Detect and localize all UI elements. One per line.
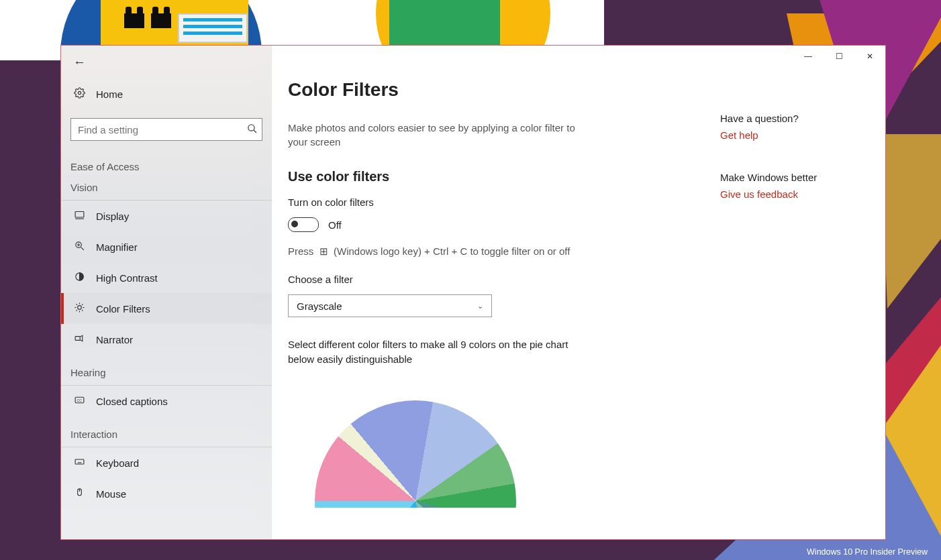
keyboard-icon: [74, 456, 85, 469]
svg-line-16: [82, 310, 83, 311]
sidebar-home-label: Home: [96, 89, 123, 100]
mouse-icon: [74, 487, 85, 500]
shortcut-hint: Press ⊞ (Windows logo key) + Ctrl + C to…: [288, 245, 717, 258]
help-heading: Have a question?: [720, 113, 861, 124]
sidebar-home[interactable]: Home: [61, 78, 272, 110]
sidebar-item-label: High Contrast: [96, 272, 158, 284]
toggle-heading: Turn on color filters: [288, 197, 717, 208]
color-filters-icon: [74, 302, 85, 315]
give-feedback-link[interactable]: Give us feedback: [720, 188, 798, 200]
search-input[interactable]: [71, 124, 242, 135]
filter-description: Select different color filters to make a…: [288, 337, 583, 367]
sidebar-item-label: Keyboard: [96, 457, 139, 469]
search-input-container[interactable]: [70, 118, 262, 141]
svg-line-17: [76, 310, 77, 311]
sidebar-item-label: Closed captions: [96, 396, 168, 407]
window-controls: — ☐ ✕: [793, 46, 885, 67]
feedback-heading: Make Windows better: [720, 172, 861, 183]
maximize-icon: ☐: [836, 52, 843, 61]
sidebar-item-label: Display: [96, 211, 129, 222]
toggle-state-label: Off: [328, 219, 342, 231]
sidebar-item-display[interactable]: Display: [61, 201, 272, 231]
windows-key-icon: ⊞: [319, 245, 328, 257]
closed-captions-icon: CC: [74, 394, 85, 408]
svg-line-6: [81, 247, 84, 250]
svg-line-2: [253, 130, 256, 133]
svg-point-1: [248, 125, 254, 131]
contrast-icon: [74, 271, 85, 284]
filter-dropdown[interactable]: Grayscale ⌄: [288, 294, 492, 317]
sidebar-item-keyboard[interactable]: Keyboard: [61, 447, 272, 478]
window-maximize-button[interactable]: ☐: [824, 46, 854, 67]
magnifier-icon: [74, 240, 85, 254]
sidebar-group-hearing: Hearing: [61, 355, 272, 386]
svg-point-10: [78, 306, 82, 310]
section-heading: Use color filters: [288, 169, 717, 184]
sidebar-group-vision: Vision: [61, 174, 272, 201]
sidebar-category: Ease of Access: [61, 149, 272, 174]
help-aside: Have a question? Get help Make Windows b…: [720, 113, 861, 231]
back-button[interactable]: ←: [61, 46, 98, 78]
narrator-icon: [74, 333, 85, 346]
svg-rect-19: [75, 337, 80, 341]
gear-icon: [74, 87, 85, 101]
sidebar-item-label: Mouse: [96, 488, 126, 500]
window-minimize-button[interactable]: —: [793, 46, 824, 67]
sidebar-item-label: Magnifier: [96, 241, 138, 253]
sidebar-item-high-contrast[interactable]: High Contrast: [61, 262, 272, 293]
settings-content: — ☐ ✕ Color Filters Make photos and colo…: [272, 46, 885, 539]
chevron-down-icon: ⌄: [477, 302, 483, 311]
back-arrow-icon: ←: [73, 55, 86, 69]
svg-text:CC: CC: [77, 399, 83, 402]
sidebar-item-color-filters[interactable]: Color Filters: [61, 293, 272, 324]
svg-rect-22: [75, 459, 84, 464]
svg-line-18: [82, 304, 83, 304]
desktop-watermark: Windows 10 Pro Insider Preview: [807, 547, 928, 557]
settings-window: ← Home Ease of Access Vision: [60, 45, 886, 540]
settings-sidebar: ← Home Ease of Access Vision: [61, 46, 272, 539]
page-lead: Make photos and colors easier to see by …: [288, 121, 597, 149]
svg-line-15: [76, 304, 77, 304]
sidebar-item-label: Color Filters: [96, 303, 150, 315]
window-close-button[interactable]: ✕: [854, 46, 885, 67]
svg-point-0: [78, 91, 81, 94]
sidebar-item-label: Narrator: [96, 334, 133, 345]
color-filter-pie-chart: [315, 400, 516, 508]
filter-dropdown-value: Grayscale: [297, 300, 342, 312]
svg-rect-3: [75, 212, 84, 218]
sidebar-group-interaction: Interaction: [61, 416, 272, 447]
page-title: Color Filters: [288, 79, 717, 101]
color-filters-toggle[interactable]: [288, 217, 319, 232]
monitor-icon: [74, 209, 85, 223]
search-icon: [242, 123, 262, 136]
sidebar-item-narrator[interactable]: Narrator: [61, 324, 272, 355]
minimize-icon: —: [804, 52, 812, 61]
get-help-link[interactable]: Get help: [720, 129, 758, 141]
close-icon: ✕: [866, 52, 873, 61]
sidebar-item-mouse[interactable]: Mouse: [61, 478, 272, 509]
choose-filter-label: Choose a filter: [288, 274, 717, 285]
sidebar-item-magnifier[interactable]: Magnifier: [61, 231, 272, 262]
sidebar-item-closed-captions[interactable]: CC Closed captions: [61, 386, 272, 416]
